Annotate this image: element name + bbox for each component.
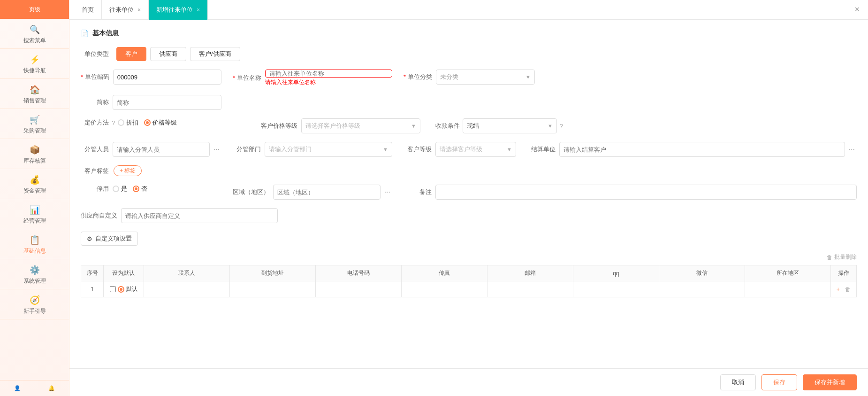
disabled-label: 停用 <box>81 185 109 193</box>
sidebar-item-search[interactable]: 🔍 搜索菜单 <box>0 19 69 49</box>
supplier-custom-input[interactable] <box>121 208 278 223</box>
unit-type-buttons: 客户 供应商 客户/供应商 <box>116 47 240 61</box>
row-add-btn[interactable]: + <box>837 286 840 293</box>
section-title: 📄 基本信息 <box>81 29 857 38</box>
sidebar-item-purchase[interactable]: 🛒 采购管理 <box>0 109 69 139</box>
pricing-help-icon[interactable]: ? <box>112 119 115 126</box>
cell-phone[interactable] <box>315 281 401 297</box>
tab-new-partner[interactable]: 新增往来单位 × <box>149 0 208 20</box>
cell-contact[interactable] <box>144 281 229 297</box>
payment-terms-select[interactable]: 现结 ▼ <box>463 118 557 133</box>
disabled-radio-yes[interactable]: 是 <box>113 185 127 193</box>
type-btn-customer[interactable]: 客户 <box>116 47 146 61</box>
customer-level-field: 客户等级 请选择客户等级 ▼ <box>404 142 516 157</box>
region-more-btn[interactable]: ··· <box>382 188 392 196</box>
remark-input[interactable] <box>435 185 857 200</box>
unit-category-field: 单位分类 未分类 ▼ <box>404 70 535 85</box>
email-input[interactable] <box>492 286 568 293</box>
close-all-tabs-button[interactable]: × <box>851 5 863 15</box>
department-select[interactable]: 请输入分管部门 ▼ <box>265 142 392 157</box>
customer-price-select[interactable]: 请选择客户价格等级 ▼ <box>301 118 420 133</box>
unit-code-label: 单位编码 <box>81 73 109 81</box>
sidebar-item-label: 库存核算 <box>23 157 46 165</box>
unit-type-field: 单位类型 客户 供应商 客户/供应商 <box>81 47 240 61</box>
close-new-partner-tab[interactable]: × <box>197 7 200 13</box>
sidebar-item-guide[interactable]: 🧭 新手引导 <box>0 289 69 319</box>
type-btn-supplier[interactable]: 供应商 <box>150 47 186 61</box>
unit-category-label: 单位分类 <box>404 73 432 81</box>
type-btn-both[interactable]: 客户/供应商 <box>190 47 240 61</box>
form-footer: 取消 保存 保存并新增 <box>69 368 868 396</box>
default-radio-circle <box>118 286 124 293</box>
cancel-button[interactable]: 取消 <box>720 374 756 390</box>
batch-delete-button[interactable]: 🗑 批量删除 <box>827 253 857 261</box>
quick-nav-icon: ⚡ <box>30 54 40 65</box>
table-header: 🗑 批量删除 <box>81 251 857 263</box>
disabled-field: 停用 是 否 <box>81 185 221 193</box>
sidebar-item-finance[interactable]: 💰 资金管理 <box>0 169 69 199</box>
close-partners-tab[interactable]: × <box>137 7 141 13</box>
pricing-radio-price-level[interactable]: 价格等级 <box>144 118 177 127</box>
cell-qq[interactable] <box>573 281 659 297</box>
add-tag-button[interactable]: + 标签 <box>114 165 142 176</box>
col-phone: 电话号码 <box>315 265 401 281</box>
col-wechat: 微信 <box>659 265 745 281</box>
unit-category-select[interactable]: 未分类 ▼ <box>436 70 535 85</box>
col-address: 到货地址 <box>229 265 315 281</box>
disabled-no-circle <box>133 186 139 192</box>
manager-more-btn[interactable]: ··· <box>212 145 221 154</box>
fax-input[interactable] <box>406 286 482 293</box>
contact-input[interactable] <box>149 286 225 293</box>
sidebar-item-quick-nav[interactable]: ⚡ 快捷导航 <box>0 49 69 79</box>
row-delete-btn[interactable]: 🗑 <box>845 286 851 293</box>
sidebar-item-sales[interactable]: 🏠 销售管理 <box>0 79 69 109</box>
cell-email[interactable] <box>487 281 573 297</box>
payment-help-icon[interactable]: ? <box>560 123 563 130</box>
payment-terms-field: 收款条件 现结 ▼ ? <box>432 118 563 133</box>
unit-code-field: 单位编码 <box>81 70 221 85</box>
save-and-add-button[interactable]: 保存并新增 <box>803 374 857 390</box>
cell-wechat[interactable] <box>659 281 745 297</box>
sidebar: 页级 🔍 搜索菜单 ⚡ 快捷导航 🏠 销售管理 🛒 采购管理 📦 库存核算 💰 … <box>0 0 69 396</box>
default-radio[interactable]: 默认 <box>118 285 137 293</box>
cell-address[interactable] <box>229 281 315 297</box>
tab-home[interactable]: 首页 <box>74 0 102 20</box>
wechat-input[interactable] <box>664 286 740 293</box>
cell-region[interactable] <box>745 281 830 297</box>
settlement-unit-label: 结算单位 <box>527 145 556 154</box>
region-wrapper: ··· <box>273 185 392 200</box>
sidebar-user-avatar[interactable]: 👤 <box>14 385 21 391</box>
address-input[interactable] <box>235 286 311 293</box>
disabled-yes-circle <box>113 186 119 192</box>
tab-partners[interactable]: 往来单位 × <box>102 0 149 20</box>
settlement-unit-input[interactable] <box>559 142 845 157</box>
unit-name-input[interactable] <box>265 70 392 78</box>
sidebar-item-basic-info[interactable]: 📋 基础信息 <box>0 229 69 259</box>
pricing-radio-group: 折扣 价格等级 <box>118 118 177 127</box>
supplier-custom-label: 供应商自定义 <box>81 211 117 220</box>
save-button[interactable]: 保存 <box>761 374 797 390</box>
phone-input[interactable] <box>320 286 396 293</box>
custom-settings-button[interactable]: ⚙ 自定义项设置 <box>81 232 138 246</box>
remark-label: 备注 <box>404 188 432 196</box>
sidebar-notification[interactable]: 🔔 <box>48 385 55 391</box>
settlement-more-btn[interactable]: ··· <box>847 145 857 154</box>
sidebar-item-system[interactable]: ⚙️ 系统管理 <box>0 259 69 289</box>
customer-level-select[interactable]: 请选择客户等级 ▼ <box>435 142 516 157</box>
region-input[interactable] <box>273 185 381 200</box>
unit-name-wrapper: 请输入往来单位名称 <box>265 70 392 86</box>
short-name-input[interactable] <box>113 95 221 110</box>
short-name-row: 简称 <box>81 95 857 110</box>
disabled-radio-no[interactable]: 否 <box>133 185 147 193</box>
cell-fax[interactable] <box>401 281 487 297</box>
manager-label: 分管人员 <box>81 145 109 154</box>
qq-input[interactable] <box>578 286 654 293</box>
sidebar-item-operations[interactable]: 📊 经营管理 <box>0 199 69 229</box>
default-checkbox[interactable] <box>110 286 116 292</box>
sidebar-item-inventory[interactable]: 📦 库存核算 <box>0 139 69 169</box>
row-region-input[interactable] <box>750 286 826 293</box>
pricing-radio-discount[interactable]: 折扣 <box>118 118 138 127</box>
manager-input[interactable] <box>113 142 210 157</box>
region-label: 区域（地区） <box>233 188 269 196</box>
unit-code-input[interactable] <box>113 70 221 85</box>
